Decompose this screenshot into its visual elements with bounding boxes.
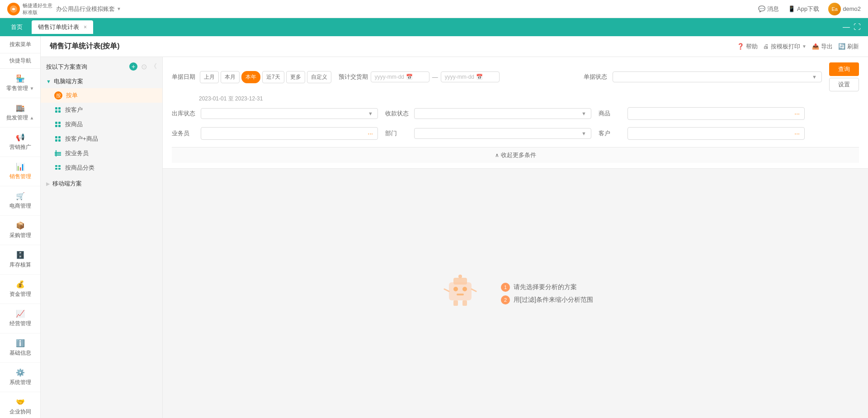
customer-input[interactable]: ··· <box>627 127 805 140</box>
app-download-button[interactable]: 📱 App下载 <box>788 5 819 13</box>
window-minimize-icon[interactable]: — <box>843 23 850 31</box>
department-select[interactable]: ▼ <box>414 128 591 139</box>
content-wrapper: 销售订单统计表(按单) ❓ 帮助 🖨 按模板打印 ▼ 📤 导出 🔄 刷新 <box>41 36 868 418</box>
date-label: 单据日期 <box>172 73 197 81</box>
sidebar-search[interactable]: 搜索菜单 <box>0 36 40 53</box>
sidebar-item-ecommerce[interactable]: 🛒 电商管理 <box>0 186 40 216</box>
sidebar-item-retail[interactable]: 🏪 零售管理 ▼ <box>0 69 40 98</box>
tab-home[interactable]: 首页 <box>4 20 30 34</box>
pc-scheme-group: ▼ 电脑端方案 按 按单 按客户 <box>41 75 162 175</box>
svg-rect-4 <box>58 110 61 113</box>
user-info[interactable]: Ea demo2 <box>828 3 861 15</box>
ecommerce-label: 电商管理 <box>9 202 31 210</box>
salesman-input[interactable]: ··· <box>201 127 378 140</box>
print-icon: 🖨 <box>763 43 769 50</box>
date-btn-year[interactable]: 本年 <box>241 71 260 83</box>
export-button[interactable]: 📤 导出 <box>812 43 833 51</box>
end-date-placeholder: yyyy-mm-dd <box>445 74 474 80</box>
sidebar-item-enterprise[interactable]: 🤝 企业协同 <box>0 392 40 418</box>
pc-group-header[interactable]: ▼ 电脑端方案 <box>41 75 162 88</box>
sidebar-item-finance[interactable]: 💰 资金管理 <box>0 275 40 304</box>
svg-rect-6 <box>58 122 61 124</box>
window-maximize-icon[interactable]: ⛶ <box>854 23 861 31</box>
filter-row-3: 业务员 ··· 部门 ▼ <box>172 127 859 140</box>
date-separator: — <box>432 74 438 81</box>
sidebar-item-wholesale[interactable]: 🏬 批发管理 ▲ <box>0 98 40 128</box>
scheme-item-by-order[interactable]: 按 按单 <box>41 88 162 103</box>
setting-button[interactable]: 设置 <box>829 78 859 91</box>
scheme-add-icon[interactable]: + <box>129 62 137 71</box>
purchase-label: 采购管理 <box>9 232 31 239</box>
mobile-group-label: 移动端方案 <box>52 180 82 188</box>
date-btn-last[interactable]: 上月 <box>200 71 219 83</box>
date-btn-more[interactable]: 更多 <box>286 71 305 83</box>
start-date-input[interactable]: yyyy-mm-dd 📅 <box>371 71 429 82</box>
page-actions: ❓ 帮助 🖨 按模板打印 ▼ 📤 导出 🔄 刷新 <box>737 43 859 51</box>
sidebar-item-system[interactable]: ⚙️ 系统管理 <box>0 363 40 392</box>
goods-input[interactable]: ··· <box>627 107 805 120</box>
scheme-item-by-goods[interactable]: 按商品 <box>41 117 162 132</box>
message-button[interactable]: 💬 消息 <box>758 5 779 13</box>
filter-row-2: 出库状态 ▼ 收款状态 ▼ <box>172 107 859 120</box>
svg-rect-8 <box>58 125 61 127</box>
quick-nav-label[interactable]: 快捷导航 <box>0 53 40 69</box>
customer-more-icon[interactable]: ··· <box>794 130 800 137</box>
delivery-status-select[interactable]: ▼ <box>201 108 378 119</box>
sidebar-item-inventory[interactable]: 🗄️ 库存核算 <box>0 245 40 275</box>
sidebar-item-marketing[interactable]: 📢 营销推广 <box>0 128 40 157</box>
date-buttons-group: 上月 本月 本年 近7天 更多 自定义 <box>200 71 331 83</box>
pc-group-arrow-icon: ▼ <box>46 79 51 84</box>
sidebar-item-operations[interactable]: 📈 经营管理 <box>0 304 40 333</box>
refresh-button[interactable]: 🔄 刷新 <box>838 43 859 51</box>
scheme-collapse-icon[interactable]: 《 <box>151 62 157 71</box>
svg-rect-18 <box>58 165 61 167</box>
date-btn-current[interactable]: 本月 <box>221 71 240 83</box>
status-select[interactable]: ▼ <box>613 71 822 82</box>
department-label: 部门 <box>385 129 410 138</box>
operations-icon: 📈 <box>16 309 25 318</box>
scheme-item-label-category: 按商品分类 <box>65 164 94 172</box>
avatar: Ea <box>828 3 841 15</box>
scheme-item-by-salesman[interactable]: 按业务员 <box>41 146 162 161</box>
ecommerce-icon: 🛒 <box>16 192 25 200</box>
sidebar-item-basic[interactable]: ℹ️ 基础信息 <box>0 333 40 363</box>
scheme-item-by-category[interactable]: 按商品分类 <box>41 161 162 175</box>
scheme-item-label-order: 按单 <box>66 91 78 100</box>
scheme-panel: 按以下方案查询 + ⊙ 《 ▼ 电脑端方案 按 <box>41 57 163 418</box>
inventory-label: 库存核算 <box>9 261 31 269</box>
sidebar: 搜索菜单 快捷导航 🏪 零售管理 ▼ 🏬 批发管理 ▲ 📢 营销推广 📊 销售管… <box>0 36 41 418</box>
query-button[interactable]: 查询 <box>829 62 859 76</box>
goods-more-icon[interactable]: ··· <box>794 110 800 117</box>
enterprise-icon: 🤝 <box>16 398 25 406</box>
tab-active[interactable]: 销售订单统计表 × <box>32 20 93 34</box>
expected-date-label: 预计交货期 <box>339 73 368 81</box>
help-button[interactable]: ❓ 帮助 <box>737 43 758 51</box>
salesman-more-icon[interactable]: ··· <box>368 130 373 137</box>
delivery-select-arrow-icon: ▼ <box>368 111 373 116</box>
svg-rect-5 <box>55 122 57 124</box>
logo-text: 畅捷通好生意 标准版 <box>23 2 52 15</box>
scheme-item-by-customer[interactable]: 按客户 <box>41 103 162 117</box>
scheme-item-by-customer-goods[interactable]: 按客户+商品 <box>41 132 162 146</box>
operations-label: 经营管理 <box>9 320 31 328</box>
svg-line-26 <box>444 289 449 291</box>
sidebar-item-sales[interactable]: 📊 销售管理 <box>0 157 40 186</box>
filter-salesman-item: 业务员 ··· <box>172 127 378 140</box>
end-date-input[interactable]: yyyy-mm-dd 📅 <box>441 71 500 82</box>
sidebar-item-purchase[interactable]: 📦 采购管理 <box>0 216 40 245</box>
tab-close-icon[interactable]: × <box>84 24 87 30</box>
date-btn-custom[interactable]: 自定义 <box>307 71 331 83</box>
collapse-bar[interactable]: ∧ 收起更多条件 <box>172 147 859 163</box>
svg-rect-28 <box>453 300 458 306</box>
mobile-group-header[interactable]: ▶ 移动端方案 <box>41 177 162 190</box>
receipt-status-label: 收款状态 <box>385 109 410 118</box>
help-icon: ❓ <box>737 43 744 50</box>
receipt-status-select[interactable]: ▼ <box>414 108 591 119</box>
sales-label: 销售管理 <box>9 173 31 180</box>
search-menu-label[interactable]: 搜索菜单 <box>4 41 37 48</box>
date-btn-week[interactable]: 近7天 <box>262 71 284 83</box>
export-icon: 📤 <box>812 43 819 50</box>
company-dropdown[interactable]: 办公用品行业模拟账套 ▼ <box>56 5 121 13</box>
scheme-settings-icon[interactable]: ⊙ <box>141 62 147 71</box>
print-button[interactable]: 🖨 按模板打印 ▼ <box>763 43 807 51</box>
